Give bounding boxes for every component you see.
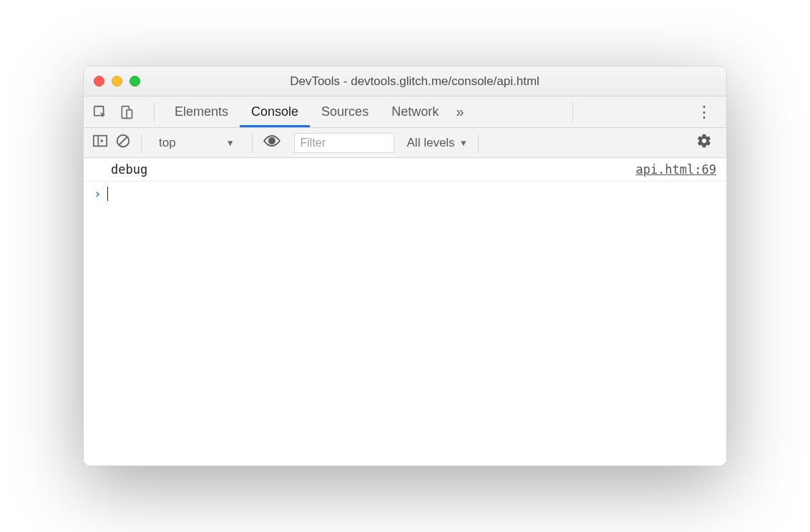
divider [154, 102, 155, 122]
log-levels-selector[interactable]: All levels ▼ [407, 136, 468, 150]
titlebar: DevTools - devtools.glitch.me/console/ap… [84, 66, 726, 97]
clear-console-icon[interactable] [115, 133, 131, 152]
toggle-sidebar-icon[interactable] [92, 134, 108, 152]
divider [572, 102, 573, 122]
tab-label: Network [391, 104, 439, 119]
inspect-element-icon[interactable] [92, 104, 108, 120]
svg-line-6 [119, 137, 127, 145]
chevron-down-icon: ▼ [459, 138, 468, 148]
svg-rect-2 [127, 109, 132, 118]
traffic-lights [94, 76, 140, 87]
log-message: debug [111, 162, 635, 177]
window-title: DevTools - devtools.glitch.me/console/ap… [153, 74, 676, 89]
context-selector[interactable]: top ▼ [152, 134, 242, 152]
svg-point-7 [268, 137, 275, 144]
filter-input[interactable] [294, 133, 394, 153]
text-cursor [107, 187, 108, 201]
console-toolbar: top ▼ All levels ▼ [84, 128, 726, 158]
prompt-chevron-icon: › [94, 186, 102, 201]
divider [252, 134, 253, 152]
console-content: debug api.html:69 › [84, 158, 726, 466]
live-expression-icon[interactable] [263, 134, 281, 151]
console-settings-icon[interactable] [691, 133, 718, 152]
tab-label: Console [251, 104, 298, 119]
zoom-window-button[interactable] [130, 76, 140, 87]
svg-rect-3 [94, 136, 107, 147]
tab-sources[interactable]: Sources [310, 97, 380, 127]
console-prompt[interactable]: › [84, 182, 726, 205]
divider [141, 134, 142, 152]
tab-label: Elements [175, 104, 228, 119]
device-toolbar-icon[interactable] [119, 104, 134, 120]
more-tabs-icon[interactable]: » [456, 104, 464, 120]
tab-console[interactable]: Console [240, 97, 310, 127]
tab-label: Sources [321, 104, 369, 119]
log-source-link[interactable]: api.html:69 [635, 162, 716, 177]
minimize-window-button[interactable] [112, 76, 122, 87]
settings-menu-icon[interactable]: ⋮ [691, 103, 718, 122]
context-label: top [159, 136, 176, 150]
devtools-window: DevTools - devtools.glitch.me/console/ap… [83, 66, 727, 466]
levels-label: All levels [407, 136, 455, 150]
close-window-button[interactable] [94, 76, 104, 87]
divider [478, 134, 479, 152]
tab-network[interactable]: Network [380, 97, 450, 127]
panel-tabbar: Elements Console Sources Network » ⋮ [84, 97, 726, 128]
tab-elements[interactable]: Elements [163, 97, 240, 127]
chevron-down-icon: ▼ [226, 138, 235, 148]
log-entry[interactable]: debug api.html:69 [84, 158, 726, 182]
